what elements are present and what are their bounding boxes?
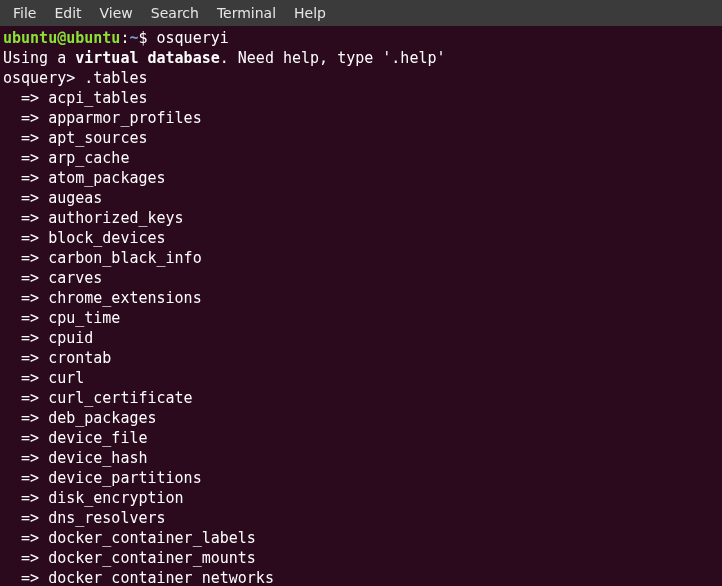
shell-command: osqueryi [157, 29, 229, 47]
arrow-icon: => [3, 209, 48, 227]
table-row: => device_hash [3, 448, 719, 468]
table-row: => augeas [3, 188, 719, 208]
table-row: => authorized_keys [3, 208, 719, 228]
arrow-icon: => [3, 329, 48, 347]
arrow-icon: => [3, 289, 48, 307]
table-row: => docker_container_networks [3, 568, 719, 586]
table-name: cpuid [48, 329, 93, 347]
table-name: atom_packages [48, 169, 165, 187]
table-name: device_file [48, 429, 147, 447]
arrow-icon: => [3, 489, 48, 507]
table-name: deb_packages [48, 409, 156, 427]
osquery-prompt: osquery> [3, 69, 84, 87]
table-row: => cpu_time [3, 308, 719, 328]
arrow-icon: => [3, 189, 48, 207]
table-name: docker_container_mounts [48, 549, 256, 567]
menu-edit[interactable]: Edit [45, 0, 90, 26]
table-name: dns_resolvers [48, 509, 165, 527]
intro-line: Using a virtual database. Need help, typ… [3, 48, 719, 68]
table-name: apt_sources [48, 129, 147, 147]
terminal-area[interactable]: ubuntu@ubuntu:~$ osqueryi Using a virtua… [0, 26, 722, 586]
prompt-user-host: ubuntu@ubuntu [3, 29, 120, 47]
intro-bold: virtual database [75, 49, 220, 67]
intro-prefix: Using a [3, 49, 75, 67]
table-row: => device_partitions [3, 468, 719, 488]
prompt-dollar: $ [138, 29, 156, 47]
menu-help[interactable]: Help [285, 0, 335, 26]
table-row: => curl_certificate [3, 388, 719, 408]
arrow-icon: => [3, 409, 48, 427]
arrow-icon: => [3, 129, 48, 147]
table-row: => acpi_tables [3, 88, 719, 108]
arrow-icon: => [3, 229, 48, 247]
osquery-command: .tables [84, 69, 147, 87]
table-row: => carbon_black_info [3, 248, 719, 268]
table-row: => arp_cache [3, 148, 719, 168]
arrow-icon: => [3, 469, 48, 487]
table-name: cpu_time [48, 309, 120, 327]
table-row: => curl [3, 368, 719, 388]
tables-list: => acpi_tables => apparmor_profiles => a… [3, 88, 719, 586]
table-row: => apt_sources [3, 128, 719, 148]
table-name: curl [48, 369, 84, 387]
arrow-icon: => [3, 569, 48, 586]
table-name: block_devices [48, 229, 165, 247]
arrow-icon: => [3, 109, 48, 127]
menu-file[interactable]: File [4, 0, 45, 26]
table-name: acpi_tables [48, 89, 147, 107]
table-name: disk_encryption [48, 489, 183, 507]
table-name: docker_container_networks [48, 569, 274, 586]
arrow-icon: => [3, 349, 48, 367]
table-row: => disk_encryption [3, 488, 719, 508]
table-name: carves [48, 269, 102, 287]
table-row: => device_file [3, 428, 719, 448]
table-name: carbon_black_info [48, 249, 202, 267]
table-name: docker_container_labels [48, 529, 256, 547]
arrow-icon: => [3, 549, 48, 567]
arrow-icon: => [3, 509, 48, 527]
menubar: File Edit View Search Terminal Help [0, 0, 722, 26]
arrow-icon: => [3, 269, 48, 287]
table-row: => deb_packages [3, 408, 719, 428]
arrow-icon: => [3, 169, 48, 187]
arrow-icon: => [3, 429, 48, 447]
table-row: => dns_resolvers [3, 508, 719, 528]
menu-view[interactable]: View [91, 0, 142, 26]
menu-terminal[interactable]: Terminal [208, 0, 285, 26]
arrow-icon: => [3, 529, 48, 547]
table-row: => block_devices [3, 228, 719, 248]
arrow-icon: => [3, 309, 48, 327]
menu-search[interactable]: Search [142, 0, 208, 26]
intro-suffix: . Need help, type '.help' [220, 49, 446, 67]
arrow-icon: => [3, 89, 48, 107]
table-row: => cpuid [3, 328, 719, 348]
shell-prompt-line: ubuntu@ubuntu:~$ osqueryi [3, 28, 719, 48]
arrow-icon: => [3, 449, 48, 467]
table-name: crontab [48, 349, 111, 367]
table-name: arp_cache [48, 149, 129, 167]
table-row: => docker_container_labels [3, 528, 719, 548]
table-name: augeas [48, 189, 102, 207]
table-name: apparmor_profiles [48, 109, 202, 127]
arrow-icon: => [3, 369, 48, 387]
table-name: curl_certificate [48, 389, 193, 407]
table-row: => apparmor_profiles [3, 108, 719, 128]
table-name: chrome_extensions [48, 289, 202, 307]
arrow-icon: => [3, 389, 48, 407]
table-row: => atom_packages [3, 168, 719, 188]
osquery-prompt-line: osquery> .tables [3, 68, 719, 88]
table-name: device_hash [48, 449, 147, 467]
table-name: device_partitions [48, 469, 202, 487]
arrow-icon: => [3, 249, 48, 267]
table-row: => carves [3, 268, 719, 288]
table-row: => chrome_extensions [3, 288, 719, 308]
arrow-icon: => [3, 149, 48, 167]
table-row: => crontab [3, 348, 719, 368]
table-name: authorized_keys [48, 209, 183, 227]
table-row: => docker_container_mounts [3, 548, 719, 568]
